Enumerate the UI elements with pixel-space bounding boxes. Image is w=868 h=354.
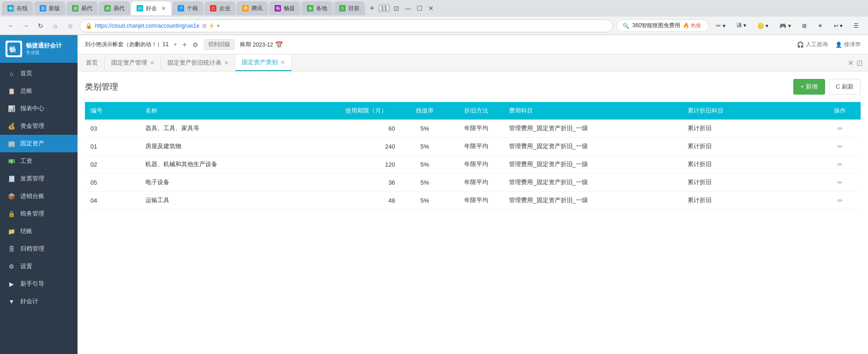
row5-action[interactable]: ✏ — [820, 192, 861, 210]
row3-name: 机器、机械和其他生产设备 — [140, 156, 332, 174]
tab-favicon-2: 新 — [40, 5, 46, 12]
sidebar-item-ledger[interactable]: 📋 总账 — [0, 82, 78, 100]
row4-residual: 5% — [401, 174, 449, 192]
new-tab-button[interactable]: + — [368, 4, 377, 13]
settings-cog-button[interactable]: ⚙ — [192, 41, 198, 48]
row5-accum-subject: 累计折旧 — [682, 192, 820, 210]
user-profile-button[interactable]: 👤 徐泽华 — [835, 41, 861, 48]
row3-code: 02 — [85, 156, 140, 174]
tab-close-category[interactable]: ✕ — [281, 60, 285, 66]
sidebar-item-guide[interactable]: ▶ 新手引导 — [0, 275, 78, 293]
user-dropdown-icon[interactable]: ▾ — [174, 42, 177, 48]
sidebar-item-fixed-asset[interactable]: 🏢 固定资产 — [0, 135, 78, 152]
address-input[interactable]: 🔒 https://cloud.chanjet.com/accounting/u… — [79, 19, 613, 32]
grid-icon-btn[interactable]: ⊞ — [798, 21, 810, 31]
close-panel-icon[interactable]: ✕ — [848, 59, 854, 67]
sidebar-item-report[interactable]: 📊 报表中心 — [0, 100, 78, 117]
add-button[interactable]: + 新增 — [793, 79, 825, 95]
row1-action[interactable]: ✏ — [820, 120, 861, 138]
row5-name: 运输工具 — [140, 192, 332, 210]
row4-accum-subject: 累计折旧 — [682, 174, 820, 192]
cut-icon-btn[interactable]: ✂ ▾ — [712, 21, 729, 31]
browser-tab-3[interactable]: 易 易代 — [66, 1, 98, 15]
row4-action[interactable]: ✏ — [820, 174, 861, 192]
service-button[interactable]: 🎧 人工咨询 — [797, 41, 828, 48]
tab-count-badge: 11 — [378, 5, 390, 12]
sidebar-item-closing[interactable]: 📁 结账 — [0, 222, 78, 240]
browser-tab-1[interactable]: 畅 在线 — [2, 1, 33, 15]
tab-bar-actions: + 11 ⊡ — ☐ ✕ — [368, 4, 436, 13]
sidebar-item-fund[interactable]: 💰 资金管理 — [0, 117, 78, 135]
search-box[interactable]: 🔍 360智能抠图免费用 🔥 热搜 — [617, 19, 709, 32]
tab-depreciation[interactable]: 固定资产折旧统计表 ✕ — [161, 55, 235, 71]
add-account-button[interactable]: + — [182, 41, 186, 49]
row1-code: 03 — [85, 120, 140, 138]
edit-icon-row5[interactable]: ✏ — [838, 197, 843, 204]
sidebar-item-settings[interactable]: ⚙ 设置 — [0, 258, 78, 275]
row1-name: 器具、工具、家具等 — [140, 120, 332, 138]
game-icon-btn[interactable]: 🎮 ▾ — [776, 21, 794, 31]
translate-icon-btn[interactable]: 译 ▾ — [733, 20, 750, 31]
sidebar-item-home[interactable]: ⌂ 首页 — [0, 65, 78, 82]
tab-home[interactable]: 首页 — [79, 55, 105, 71]
col-expense-subject: 费用科目 — [503, 102, 682, 120]
expand-panel-icon[interactable]: ⊡ — [856, 59, 862, 67]
row3-action[interactable]: ✏ — [820, 156, 861, 174]
refresh-button[interactable]: C 刷新 — [829, 79, 861, 95]
brightness-icon-btn[interactable]: ☀ — [814, 21, 826, 31]
edit-icon-row1[interactable]: ✏ — [838, 125, 843, 132]
browser-tab-2[interactable]: 新 新版 — [34, 1, 66, 15]
tab-close-fixed-mgmt[interactable]: ✕ — [150, 60, 154, 66]
tab-close-depreciation[interactable]: ✕ — [224, 60, 228, 66]
switch-version-button[interactable]: 切到旧版 — [204, 39, 234, 50]
tab-fixed-mgmt[interactable]: 固定资产管理 ✕ — [105, 55, 161, 71]
content-tabs-bar: 首页 固定资产管理 ✕ 固定资产折旧统计表 ✕ 固定资产类别 ✕ ✕ ⊡ — [78, 54, 868, 72]
browser-tab-7[interactable]: C 企业 — [204, 1, 236, 15]
sidebar-item-purchase-sale[interactable]: 📦 进销台账 — [0, 187, 78, 205]
row5-method: 年限平均 — [449, 192, 503, 210]
browser-tab-11[interactable]: S 目前 — [334, 1, 365, 15]
tab-bar-end-actions: ✕ ⊡ — [848, 59, 866, 67]
tab-category[interactable]: 固定资产类别 ✕ — [235, 54, 292, 71]
browser-tab-6[interactable]: 个 个税 — [172, 1, 204, 15]
settings-icon: ⚙ — [7, 262, 16, 270]
coin-icon-btn[interactable]: 🪙 ▾ — [754, 21, 772, 31]
sidebar-item-salary[interactable]: 💵 工资 — [0, 152, 78, 170]
bookmark-button[interactable]: ☆ — [65, 20, 76, 31]
home-button[interactable]: ⌂ — [50, 20, 61, 31]
sidebar-item-more[interactable]: ▼ 好会计 — [0, 293, 78, 310]
reload-button[interactable]: ↻ — [35, 20, 46, 31]
invoice-icon: 🧾 — [7, 174, 16, 183]
browser-tab-4[interactable]: 易 易代 — [99, 1, 130, 15]
forward-button[interactable]: → — [20, 20, 31, 31]
edit-icon-row2[interactable]: ✏ — [838, 143, 843, 150]
close-window-icon[interactable]: ✕ — [426, 5, 436, 12]
row2-action[interactable]: ✏ — [820, 138, 861, 156]
tab-favicon-10: 各 — [307, 5, 313, 12]
back-button[interactable]: ← — [6, 20, 17, 31]
table-row: 03 器具、工具、家具等 60 5% 年限平均 管理费用_固定资产折旧_一级 累… — [85, 120, 861, 138]
sidebar-item-tax[interactable]: 🔒 税务管理 — [0, 205, 78, 222]
sidebar-item-label-home: 首页 — [20, 69, 32, 78]
minimize-icon[interactable]: — — [403, 5, 413, 12]
maximize-icon[interactable]: ☐ — [415, 5, 425, 12]
table-row: 01 房屋及建筑物 240 5% 年限平均 管理费用_固定资产折旧_一级 累计折… — [85, 138, 861, 156]
sidebar-item-label-salary: 工资 — [20, 157, 32, 165]
restore-down-icon[interactable]: ⊡ — [392, 5, 401, 12]
page-actions: + 新增 C 刷新 — [793, 79, 861, 95]
browser-tab-5[interactable]: 好 好会 ✕ — [131, 1, 171, 15]
tab-close-5[interactable]: ✕ — [162, 6, 166, 12]
browser-tab-8[interactable]: 腾 腾讯 — [237, 1, 268, 15]
row2-expense-subject: 管理费用_固定资产折旧_一级 — [503, 138, 682, 156]
browser-tab-9[interactable]: 畅 畅提 — [269, 1, 300, 15]
edit-icon-row3[interactable]: ✏ — [838, 161, 843, 168]
logo-text: 畅捷通好会计 专业版 — [26, 42, 62, 56]
topbar-period: 账期 2023-12 📅 — [240, 41, 283, 48]
sidebar-item-invoice[interactable]: 🧾 发票管理 — [0, 170, 78, 187]
calendar-icon[interactable]: 📅 — [275, 41, 283, 48]
sidebar-item-archive[interactable]: 🗄 归档管理 — [0, 240, 78, 258]
menu-icon-btn[interactable]: ☰ — [850, 21, 862, 31]
browser-tab-10[interactable]: 各 各地 — [301, 1, 333, 15]
edit-icon-row4[interactable]: ✏ — [838, 179, 843, 186]
history-icon-btn[interactable]: ↩ ▾ — [830, 21, 846, 31]
